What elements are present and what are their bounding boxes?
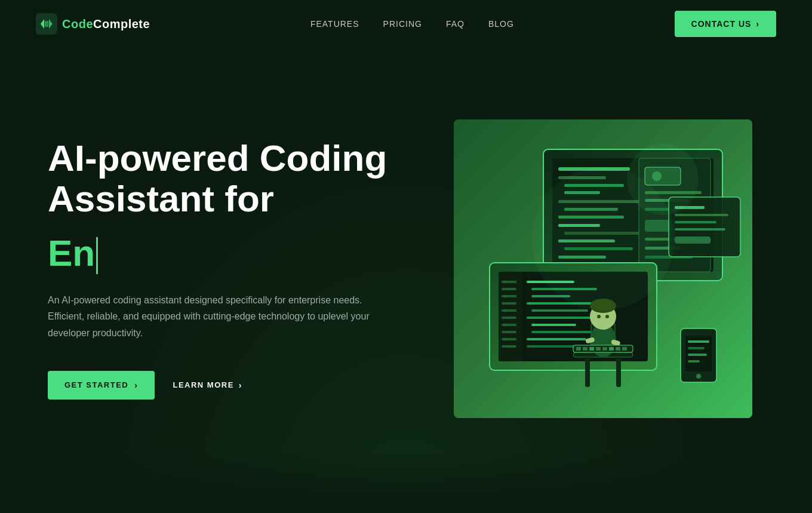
learn-more-button[interactable]: LEARN MORE › (173, 380, 242, 390)
svg-rect-56 (616, 357, 621, 387)
nav-blog[interactable]: BLOG (488, 19, 514, 29)
hero-image (454, 119, 752, 418)
logo-text: CodeComplete (62, 17, 150, 31)
svg-point-64 (605, 315, 609, 318)
svg-rect-69 (583, 347, 588, 351)
contact-us-label: CONTACT US (691, 19, 752, 29)
svg-rect-85 (688, 347, 705, 349)
hero-description: An AI-powered coding assistant designed … (48, 292, 394, 341)
svg-rect-43 (502, 345, 516, 348)
svg-rect-40 (502, 324, 516, 326)
svg-rect-79 (675, 221, 716, 223)
svg-rect-70 (589, 347, 594, 351)
svg-rect-48 (531, 309, 588, 312)
svg-rect-71 (596, 347, 601, 351)
svg-rect-86 (688, 354, 707, 356)
nav-pricing[interactable]: PRICING (383, 19, 422, 29)
main-nav: FEATURES PRICING FAQ BLOG (310, 19, 514, 29)
svg-rect-34 (502, 281, 516, 283)
nav-features[interactable]: FEATURES (310, 19, 359, 29)
svg-rect-75 (622, 347, 627, 351)
get-started-button[interactable]: GET STARTED › (48, 371, 155, 400)
get-started-chevron-icon: › (134, 380, 138, 390)
hero-title-line1: AI-powered Coding (48, 137, 387, 179)
svg-rect-36 (502, 295, 516, 297)
svg-rect-51 (531, 331, 600, 333)
svg-rect-35 (502, 288, 516, 290)
svg-rect-37 (502, 302, 516, 305)
svg-rect-41 (502, 331, 516, 333)
svg-rect-72 (602, 347, 607, 351)
bottom-fade (0, 454, 812, 502)
svg-rect-80 (675, 228, 725, 231)
nav-faq[interactable]: FAQ (446, 19, 465, 29)
get-started-label: GET STARTED (64, 380, 128, 389)
typing-cursor (96, 237, 98, 274)
svg-rect-84 (688, 340, 709, 343)
svg-point-63 (597, 315, 601, 318)
svg-rect-87 (688, 360, 700, 363)
svg-rect-39 (502, 317, 516, 319)
learn-more-label: LEARN MORE (173, 380, 233, 389)
svg-point-88 (696, 374, 701, 379)
hero-typed-text: En (48, 232, 430, 275)
svg-rect-73 (609, 347, 614, 351)
svg-rect-78 (675, 214, 728, 216)
svg-rect-50 (531, 324, 576, 326)
hero-illustration (454, 119, 752, 418)
logo[interactable]: CodeComplete (36, 13, 150, 35)
illustration-svg (454, 119, 752, 418)
learn-more-chevron-icon: › (239, 380, 242, 390)
svg-rect-42 (502, 338, 516, 340)
svg-rect-52 (527, 338, 586, 340)
svg-rect-74 (616, 347, 620, 351)
hero-title-line2: Assistant for (48, 178, 274, 219)
hero-title: AI-powered Coding Assistant for (48, 138, 430, 219)
contact-chevron-icon: › (756, 19, 759, 29)
svg-rect-38 (502, 309, 516, 312)
svg-point-90 (627, 143, 699, 215)
hero-content: AI-powered Coding Assistant for En An AI… (48, 138, 454, 400)
hero-actions: GET STARTED › LEARN MORE › (48, 371, 430, 400)
svg-rect-3 (45, 21, 48, 27)
svg-rect-81 (675, 236, 710, 244)
svg-rect-55 (585, 357, 590, 387)
header: CodeComplete FEATURES PRICING FAQ BLOG C… (0, 0, 812, 48)
logo-icon (36, 13, 57, 35)
svg-rect-68 (576, 347, 581, 351)
contact-us-button[interactable]: CONTACT US › (675, 11, 776, 37)
hero-section: AI-powered Coding Assistant for En An AI… (0, 48, 812, 502)
